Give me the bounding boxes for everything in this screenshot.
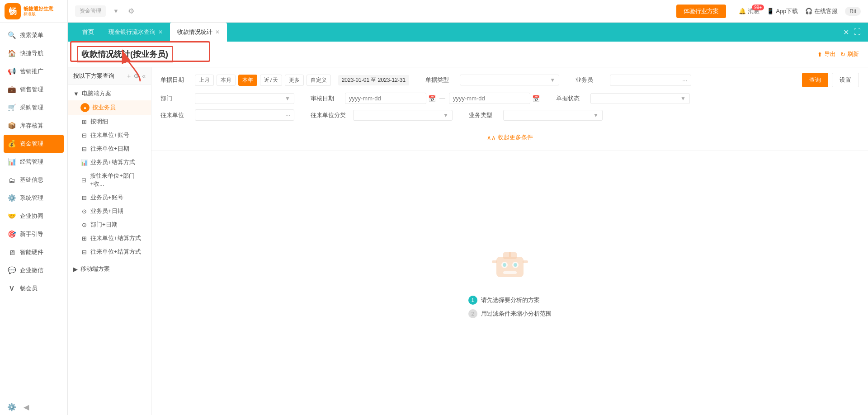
topbar-online-service[interactable]: 🎧 在线客服 [805,7,838,15]
date-btn-last-month[interactable]: 上月 [195,75,214,86]
inventory-icon: 📦 [7,121,16,130]
svg-rect-0 [496,257,524,277]
unit-dept-icon: ⊟ [80,176,87,184]
calendar-from-icon[interactable]: 📅 [428,95,436,102]
scheme-actions: + ⚙ « [127,72,146,80]
date-btn-7days[interactable]: 近7天 [260,75,282,86]
scheme-item-salesperson-settlement[interactable]: 📊 业务员+结算方式 [68,156,151,169]
sidebar-item-label: 搜索菜单 [20,31,43,39]
collapse-conditions-button[interactable]: ∧∧ 收起更多条件 [160,130,859,145]
scheme-desktop-group-header[interactable]: ▼ 电脑端方案 [68,87,151,100]
topbar-app-download[interactable]: 📱 App下载 [767,7,798,15]
scheme-item-label: 业务员+日期 [90,207,123,215]
refresh-button[interactable]: ↻ 刷新 [840,50,859,58]
svg-point-5 [503,263,506,267]
date-btn-this-month[interactable]: 本月 [217,75,236,86]
topbar-right: 🔔 消息 99+ 📱 App下载 🎧 在线客服 Rit [739,7,861,16]
sidebar-item-label: 营销推广 [20,67,43,75]
tab-close-all-icon[interactable]: ✕ [843,28,849,37]
topbar-user[interactable]: Rit [845,7,861,16]
export-icon: ⬆ [817,51,822,58]
corp-icon: 🤝 [7,212,16,221]
sidebar-item-guide[interactable]: 🎯 新手引导 [0,225,67,243]
biz-type-select[interactable]: ▼ [503,110,603,121]
bill-type-label: 单据类型 [425,76,453,84]
search-icon: 🔍 [7,31,16,40]
logo-text-line1: 畅捷通好生意 [24,5,53,12]
scheme-item-dept-date[interactable]: ⊙ 部门+日期 [68,218,151,231]
scheme-settings-button[interactable]: ⚙ [133,72,139,80]
filter-area: 单据日期 上月 本月 本年 近7天 更多 自定义 2023-01-01 至 [151,67,868,151]
empty-step-1: 1 请先选择要分析的方案 [468,296,552,305]
review-date-label: 审核日期 [311,94,338,103]
collapse-sidebar-icon[interactable]: ◀ [24,403,29,411]
sidebar-item-inventory[interactable]: 📦 库存核算 [0,117,67,135]
salesperson-more-icon[interactable]: ··· [682,77,687,84]
tab-expand-icon[interactable]: ⛶ [854,28,861,37]
sidebar-item-corp[interactable]: 🤝 企业协同 [0,207,67,225]
sidebar-item-finance[interactable]: 💰 资金管理 [4,135,64,153]
query-button[interactable]: 查询 [802,73,828,87]
salesperson-select[interactable]: ··· [610,75,691,86]
scheme-item-unit-settlement2[interactable]: ⊟ 往来单位+结算方式 [68,245,151,259]
tab-bank-close-icon[interactable]: ✕ [158,29,163,35]
sidebar-item-hardware[interactable]: 🖥 智能硬件 [0,243,67,261]
sidebar-item-purchase[interactable]: 🛒 采购管理 [0,99,67,117]
add-scheme-button[interactable]: + [127,72,131,80]
unit-more-icon[interactable]: ··· [285,112,290,118]
topbar-gear-icon[interactable]: ⚙ [128,7,134,15]
hardware-icon: 🖥 [7,248,16,257]
active-scheme-icon: ● [80,103,90,112]
date-btn-this-year[interactable]: 本年 [238,75,257,86]
scheme-item-unit-settlement1[interactable]: ⊞ 往来单位+结算方式 [68,231,151,245]
sidebar-item-wechat[interactable]: 💬 企业微信 [0,261,67,279]
scheme-item-unit-date[interactable]: ⊟ 往来单位+日期 [68,142,151,156]
scheme-item-by-detail[interactable]: ⊞ 按明细 [68,115,151,128]
scheme-item-salesperson-account[interactable]: ⊟ 业务员+账号 [68,191,151,204]
sidebar-item-search[interactable]: 🔍 搜索菜单 [0,26,67,44]
content-area: 按以下方案查询 + ⚙ « ▼ 电脑端方案 ● 按业务员 [68,67,868,415]
sidebar-item-sales[interactable]: 💼 销售管理 [0,80,67,99]
sidebar-item-marketing[interactable]: 📢 营销推广 [0,62,67,80]
bill-type-select[interactable]: ▼ [460,75,559,85]
dept-arrow-icon: ▼ [285,95,290,102]
page-actions: ⬆ 导出 ↻ 刷新 [817,50,859,58]
sidebar-item-system[interactable]: ⚙️ 系统管理 [0,189,67,207]
calendar-to-icon[interactable]: 📅 [532,95,540,102]
topbar-msg[interactable]: 🔔 消息 99+ [739,7,760,15]
scheme-item-label: 往来单位+结算方式 [90,248,141,256]
sidebar-item-member[interactable]: V 畅会员 [0,279,67,297]
scheme-mobile-group-header[interactable]: ▶ 移动端方案 [68,262,151,276]
sidebar-item-shortcut[interactable]: 🏠 快捷导航 [0,44,67,62]
bill-type-arrow-icon: ▼ [550,77,555,83]
unit-category-select[interactable]: ▼ [353,110,453,121]
scheme-item-unit-dept-collection[interactable]: ⊟ 按往来单位+部门+收... [68,169,151,191]
collapse-icon: ∧∧ [487,134,496,141]
trial-button[interactable]: 体验行业方案 [676,5,726,18]
collapse-scheme-button[interactable]: « [142,72,146,80]
bill-status-select[interactable]: ▼ [590,93,690,104]
tab-home[interactable]: 首页 [75,23,101,42]
settings-button[interactable]: 设置 [832,73,859,87]
date-btn-more[interactable]: 更多 [285,75,304,86]
scheme-item-by-salesperson[interactable]: ● 按业务员 [68,100,151,115]
msg-badge: 99+ [752,5,764,10]
tab-bank[interactable]: 现金银行流水查询 ✕ [101,23,170,42]
unit-settlement2-icon: ⊟ [80,248,88,255]
date-btn-custom[interactable]: 自定义 [307,75,331,86]
tab-collection[interactable]: 收款情况统计 ✕ [170,23,227,42]
review-date-to-input[interactable] [449,93,530,104]
sidebar-item-operations[interactable]: 📊 经营管理 [0,153,67,171]
review-date-from-input[interactable] [345,93,426,104]
scheme-item-unit-account[interactable]: ⊟ 往来单位+账号 [68,128,151,142]
date-range-value: 2023-01-01 至 2023-12-31 [338,75,409,85]
scheme-item-salesperson-date[interactable]: ⊙ 业务员+日期 [68,204,151,218]
export-button[interactable]: ⬆ 导出 [817,50,836,58]
settings-bottom-icon[interactable]: ⚙️ [7,403,16,411]
operations-icon: 📊 [7,157,16,166]
sidebar-item-basic[interactable]: 🗂 基础信息 [0,171,67,189]
dept-date-icon: ⊙ [80,221,88,228]
unit-select[interactable]: ··· [195,109,294,121]
dept-select[interactable]: ▼ [195,93,294,104]
tab-collection-close-icon[interactable]: ✕ [215,29,220,35]
